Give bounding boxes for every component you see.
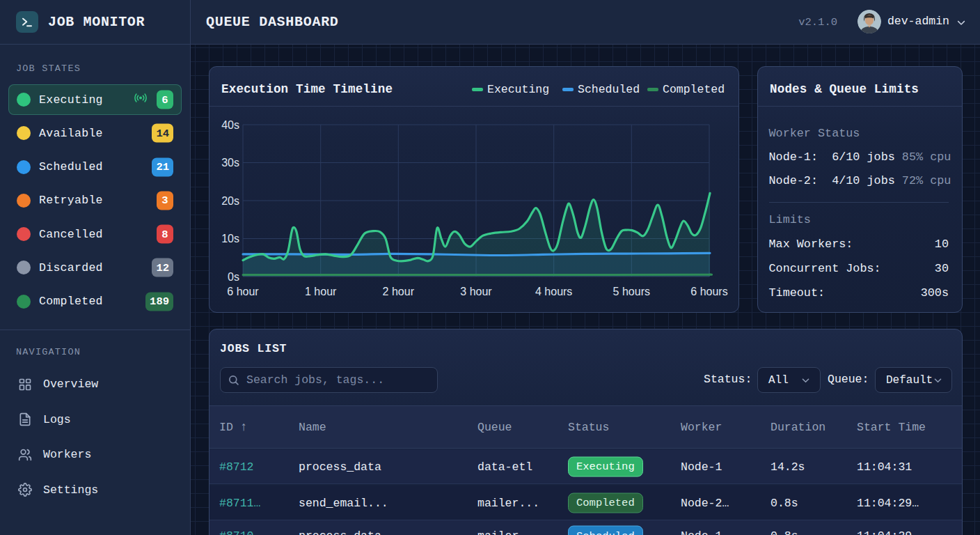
svg-text:30s: 30s [221, 157, 239, 169]
svg-text:3 hour: 3 hour [460, 286, 492, 297]
svg-text:6 hour: 6 hour [227, 286, 259, 297]
svg-text:6 hours: 6 hours [690, 286, 727, 297]
svg-text:1 hour: 1 hour [305, 286, 337, 297]
svg-text:5 hours: 5 hours [613, 286, 650, 297]
svg-text:10s: 10s [221, 233, 239, 245]
svg-text:4 hours: 4 hours [535, 286, 572, 297]
svg-text:40s: 40s [221, 119, 239, 131]
svg-text:2 hour: 2 hour [383, 286, 415, 297]
svg-text:20s: 20s [221, 195, 239, 207]
svg-text:0s: 0s [228, 271, 239, 283]
